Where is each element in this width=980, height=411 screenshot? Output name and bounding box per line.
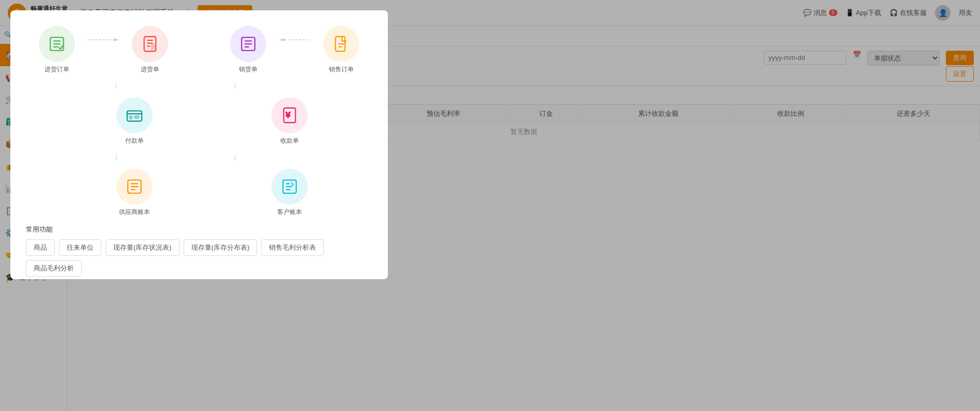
workflow-row-1: 进货订单: [67, 26, 372, 74]
cf-buttons-row1: 商品 往来单位 现存量(库存状况表) 现存量(库存分布表) 销售毛利分析表 商品…: [67, 239, 372, 277]
node-supplier-ledger-label: 供应商账本: [119, 208, 150, 217]
node-payment-doc[interactable]: 付款单: [98, 97, 171, 145]
svg-text:¥: ¥: [285, 111, 290, 119]
common-functions: 常用功能 商品 往来单位 现存量(库存状况表) 现存量(库存分布表) 销售毛利分…: [67, 225, 372, 279]
arrow-down-4: ↓: [217, 151, 253, 162]
main-area: 🔍 搜索菜单 🏠 快捷导航 📢 营销推广 🛒 销售管理 🛍️ 采购管理 📦: [0, 26, 980, 411]
modal-overlay[interactable]: 进货订单: [67, 26, 980, 411]
payment-doc-circle: [116, 97, 153, 133]
supplier-ledger-circle: [116, 169, 153, 205]
node-purchase-receipt[interactable]: 进货单: [119, 26, 181, 74]
purchase-receipt-circle: [132, 26, 168, 62]
arrow-down-3: ↓: [98, 151, 134, 162]
cf-btn-inventory-dist[interactable]: 现存量(库存分布表): [184, 239, 258, 256]
node-receipt-doc-label: 收款单: [280, 136, 299, 145]
node-payment-doc-label: 付款单: [125, 136, 144, 145]
cf-btn-product-margin[interactable]: 商品毛利分析: [67, 260, 82, 277]
arrow-h-2: [279, 37, 310, 42]
content-area: 首页 销售订单执行表 ✕ ❓ 帮助 🖨️ 按模板打印 ▾: [67, 26, 980, 411]
sales-order-doc-circle: [323, 26, 359, 62]
node-purchase-order[interactable]: 进货订单: [67, 26, 88, 74]
arrow-down-1: ↓: [98, 80, 134, 91]
svg-point-21: [129, 116, 132, 119]
app-container: 6 畅康通好生意 标准版 装备及固定资产辅助管理系统 ▾ ⚙ 体验行业方案 💬 …: [0, 0, 980, 411]
workflow-row-3: 供应商账本: [98, 169, 372, 217]
node-customer-ledger[interactable]: 客户账本: [253, 169, 326, 217]
cf-btn-inventory-status[interactable]: 现存量(库存状况表): [105, 239, 179, 256]
svg-marker-15: [279, 38, 284, 41]
node-sales-order-doc-label: 销售订单: [329, 65, 354, 74]
sales-order-node-circle: [230, 26, 266, 62]
svg-rect-22: [134, 116, 139, 118]
svg-marker-5: [114, 38, 119, 41]
node-customer-ledger-label: 客户账本: [277, 208, 302, 217]
arrow-h-1: [88, 37, 119, 42]
node-sales-order-node[interactable]: 销货单: [217, 26, 279, 74]
workflow-modal: 进货订单: [67, 26, 388, 279]
workflow-diagram: 进货订单: [67, 26, 372, 217]
cf-btn-sales-margin[interactable]: 销售毛利分析表: [261, 239, 324, 256]
workflow-row-arrows2: ↓ ↓: [98, 150, 372, 163]
node-supplier-ledger[interactable]: 供应商账本: [98, 169, 171, 217]
customer-ledger-circle: [272, 169, 308, 205]
node-purchase-receipt-label: 进货单: [141, 65, 159, 74]
node-purchase-order-label: 进货订单: [67, 65, 69, 74]
node-sales-order-doc[interactable]: 销售订单: [310, 26, 372, 74]
purchase-order-circle: [67, 26, 75, 62]
node-receipt-doc[interactable]: ¥ 收款单: [253, 97, 326, 145]
workflow-row-2: 付款单 ¥: [98, 97, 372, 145]
node-sales-order-node-label: 销货单: [239, 65, 258, 74]
workflow-row-arrows: ↓ ↓: [98, 79, 372, 92]
arrow-down-2: ↓: [217, 80, 253, 91]
cf-btn-counterpart[interactable]: 往来单位: [67, 239, 101, 256]
common-functions-title: 常用功能: [67, 225, 372, 234]
receipt-doc-circle: ¥: [272, 97, 308, 133]
